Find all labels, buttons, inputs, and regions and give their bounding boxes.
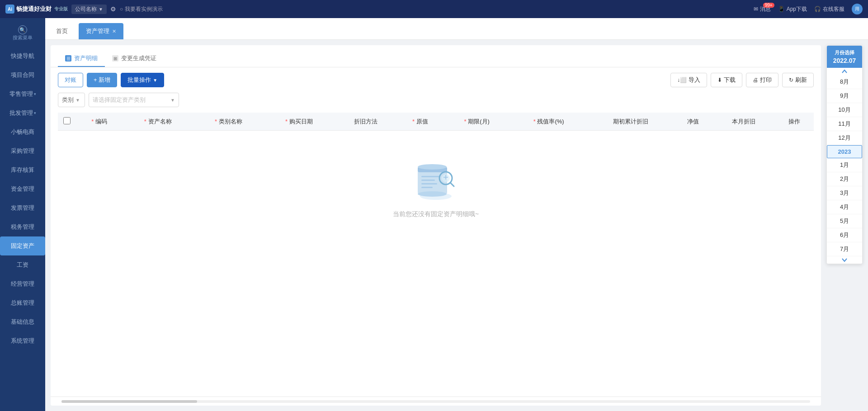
sub-tab-asset-detail[interactable]: ☰ 资产明细: [58, 51, 105, 67]
sidebar-label-inventory: 库存核算: [11, 166, 34, 174]
tab-home[interactable]: 首页: [49, 23, 75, 39]
demo-icon: ○: [120, 6, 123, 12]
svg-point-8: [418, 191, 447, 197]
tab-bar: 首页 资产管理 ✕: [45, 18, 868, 40]
col-asset-name: 资产名称: [123, 113, 193, 131]
tab-close-icon[interactable]: ✕: [112, 28, 116, 34]
online-service-button[interactable]: 🎧 在线客服: [814, 5, 844, 13]
month-item-9[interactable]: 9月: [827, 89, 862, 103]
headset-icon: 🎧: [814, 6, 821, 12]
sidebar-item-quick-nav[interactable]: 快捷导航: [0, 47, 45, 66]
year-2023-badge: 2023: [827, 145, 862, 158]
month-item-6[interactable]: 6月: [827, 228, 862, 242]
category-filter[interactable]: 类别 ▼: [58, 93, 85, 107]
sidebar-item-salary[interactable]: 工资: [0, 255, 45, 274]
batch-button[interactable]: 批量操作 ▼: [121, 73, 164, 87]
search-menu-button[interactable]: 🔍 搜索菜单: [11, 22, 34, 47]
chevron-down-icon: ▼: [153, 78, 157, 83]
month-item-11[interactable]: 11月: [827, 117, 862, 131]
col-category-name: 类别名称: [193, 113, 264, 131]
download-button[interactable]: ⬇ 下载: [711, 73, 742, 87]
sidebar-label-system: 系统管理: [11, 337, 34, 345]
empty-state: 当前您还没有固定资产明细哦~: [58, 131, 814, 246]
sidebar-item-retail[interactable]: 零售管理 ▾: [0, 85, 45, 104]
sub-tab-asset-detail-label: 资产明细: [74, 54, 98, 62]
month-3-label: 3月: [840, 189, 849, 196]
month-item-3[interactable]: 3月: [827, 186, 862, 200]
chevron-down-icon: ▼: [170, 98, 175, 103]
tab-asset-management-label: 资产管理: [86, 27, 109, 35]
add-button[interactable]: + 新增: [87, 73, 117, 87]
sidebar-item-fixed-assets[interactable]: 固定资产: [0, 236, 45, 255]
sidebar-item-tax[interactable]: 税务管理: [0, 217, 45, 236]
col-net-value: 净值: [674, 113, 712, 131]
col-original-value: 原值: [397, 113, 443, 131]
col-accumulated-depreciation: 期初累计折旧: [587, 113, 674, 131]
sidebar-label-invoice: 发票管理: [11, 204, 34, 212]
company-selector[interactable]: 公司名称 ▼: [71, 5, 107, 14]
app-download-button[interactable]: 📱 App下载: [778, 5, 807, 13]
settings-icon[interactable]: ⚙: [110, 5, 116, 13]
avatar-text: 用: [855, 6, 859, 12]
change-voucher-icon: ⊞: [112, 55, 118, 61]
sidebar-item-project[interactable]: 项目合同: [0, 66, 45, 85]
sidebar-item-wholesale[interactable]: 批发管理 ▾: [0, 104, 45, 123]
sidebar-item-invoice[interactable]: 发票管理: [0, 198, 45, 217]
chevron-up-icon: [842, 69, 847, 74]
quick-nav-label: 快捷导航: [11, 52, 34, 60]
month-item-12[interactable]: 12月: [827, 131, 862, 145]
bottom-bar: [51, 397, 821, 406]
sidebar-item-system[interactable]: 系统管理: [0, 331, 45, 350]
message-button[interactable]: ✉ 消息 99+: [754, 5, 771, 13]
col-current-depreciation: 本月折旧: [712, 113, 775, 131]
app-logo: Ai 畅捷通好业财 专业版: [5, 5, 68, 14]
col-code: 编码: [76, 113, 123, 131]
horizontal-scrollbar[interactable]: [61, 400, 810, 403]
top-bar-right: ✉ 消息 99+ 📱 App下载 🎧 在线客服 用: [754, 4, 863, 14]
month-7-label: 7月: [840, 246, 849, 252]
month-item-10[interactable]: 10月: [827, 103, 862, 117]
category-label: 类别: [62, 96, 74, 104]
asset-table: 编码 资产名称 类别名称 购买日期 折旧方法 原值 期限(月) 残值率(%) 期…: [58, 113, 814, 131]
logo-icon: Ai: [5, 5, 14, 14]
month-9-label: 9月: [840, 92, 849, 99]
col-purchase-date: 购买日期: [264, 113, 334, 131]
asset-category-placeholder: 请选择固定资产类别: [93, 96, 146, 104]
month-10-label: 10月: [838, 106, 850, 113]
svg-rect-5: [421, 183, 437, 184]
month-item-8[interactable]: 8月: [827, 75, 862, 89]
asset-category-selector[interactable]: 请选择固定资产类别 ▼: [89, 93, 179, 107]
chevron-down-icon: ▼: [75, 98, 80, 103]
sidebar-item-inventory[interactable]: 库存核算: [0, 161, 45, 180]
sub-tabs: ☰ 资产明细 ⊞ 变更生成凭证: [51, 45, 821, 67]
select-all-checkbox[interactable]: [63, 117, 71, 124]
print-button[interactable]: 🖨 打印: [746, 73, 778, 87]
sidebar-item-ecommerce[interactable]: 小畅电商: [0, 123, 45, 142]
svg-rect-6: [421, 187, 433, 188]
import-button[interactable]: ↓⬜ 导入: [670, 73, 707, 87]
sidebar-item-purchase[interactable]: 采购管理: [0, 142, 45, 161]
month-item-7[interactable]: 7月: [827, 242, 862, 256]
sidebar-item-operations[interactable]: 经营管理: [0, 274, 45, 293]
asset-detail-icon: ☰: [65, 55, 71, 61]
tab-asset-management[interactable]: 资产管理 ✕: [79, 23, 123, 39]
user-avatar[interactable]: 用: [852, 4, 863, 14]
sidebar-item-finance[interactable]: 资金管理: [0, 180, 45, 198]
sub-tab-change-voucher[interactable]: ⊞ 变更生成凭证: [105, 51, 164, 67]
month-item-4[interactable]: 4月: [827, 200, 862, 214]
sidebar-item-basic-info[interactable]: 基础信息: [0, 312, 45, 331]
month-picker-up[interactable]: [827, 68, 862, 75]
sidebar-item-general-ledger[interactable]: 总账管理: [0, 293, 45, 312]
month-picker-down[interactable]: [827, 256, 862, 264]
month-item-1[interactable]: 1月: [827, 158, 862, 172]
reconcile-button[interactable]: 对账: [58, 73, 83, 87]
online-service-label: 在线客服: [823, 5, 844, 13]
month-item-5[interactable]: 5月: [827, 214, 862, 228]
sidebar-label-ecommerce: 小畅电商: [11, 128, 34, 136]
add-label: + 新增: [94, 76, 110, 84]
month-1-label: 1月: [840, 161, 849, 168]
demo-link[interactable]: ○ 我要看实例演示: [120, 5, 163, 13]
month-item-2[interactable]: 2月: [827, 172, 862, 186]
refresh-button[interactable]: ↻ 刷新: [782, 73, 814, 87]
empty-illustration: [409, 158, 463, 203]
